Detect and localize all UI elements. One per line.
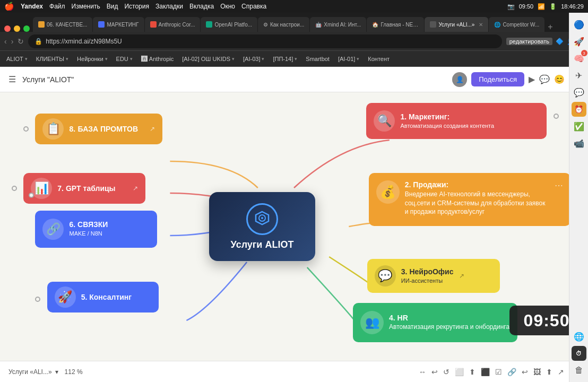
node-marketing[interactable]: 🔍 1. Маркетинг: Автоматизация создания к…	[366, 103, 547, 139]
dock-tasks-icon[interactable]: ✅	[572, 119, 586, 134]
tool-image-icon[interactable]: 🖼	[532, 367, 542, 377]
node1-subtitle: Автоматизация создания контента	[400, 122, 494, 129]
node-neuroofis[interactable]: 💬 3. НейроОфис ИИ-ассистенты ↗	[367, 259, 500, 293]
tab-competitor[interactable]: 🌐Competitor W...	[489, 17, 544, 32]
tab-uslugi-aliot[interactable]: Услуги «ALI...»✕	[425, 17, 488, 32]
edit-btn[interactable]: редактировать	[506, 38, 552, 45]
close-btn[interactable]	[4, 25, 11, 32]
apple-menu[interactable]: 🍎	[4, 2, 14, 11]
video-icon[interactable]: ▶	[529, 74, 535, 84]
forward-btn[interactable]: ›	[11, 37, 14, 46]
bookmark-aliot[interactable]: ALIOT ▾	[4, 55, 30, 63]
bookmark-neyronki[interactable]: Нейронки ▾	[75, 55, 109, 63]
node1-title: 1. Маркетинг:	[400, 112, 494, 121]
tab-kak-nastroit[interactable]: ⚙Как настрои...	[258, 17, 309, 32]
menu-edit[interactable]: Изменить	[72, 3, 100, 10]
page-title-input[interactable]	[22, 75, 107, 84]
tool-share-icon[interactable]: ⬆	[545, 367, 554, 377]
emoji-icon[interactable]: 😊	[554, 74, 565, 84]
status-chevron-icon[interactable]: ▾	[55, 368, 58, 376]
bookmark-anthropic[interactable]: 🅰 Anthropic	[139, 54, 176, 64]
node7-label: 7. GPT таблицы	[57, 184, 115, 193]
node3-ext[interactable]: ↗	[459, 272, 464, 280]
menu-window[interactable]: Окно	[220, 3, 235, 10]
tool-block-icon[interactable]: ⬛	[480, 367, 491, 377]
dock-camera-icon[interactable]: 📹	[572, 136, 586, 151]
bookmark-smartbot[interactable]: Smartbot	[304, 55, 332, 63]
tab-xmind-ai[interactable]: 🤖Xmind AI: Инт...	[310, 17, 366, 32]
node-hr[interactable]: 👥 4. HR Автоматизация рекрутинга и онбор…	[353, 303, 517, 342]
bookmark-pp14[interactable]: [ПП-14] ▾	[271, 55, 299, 63]
node2-text: 2. Продажи: Внедрение AI-технологий в ме…	[405, 180, 549, 216]
menu-tab[interactable]: Вкладка	[189, 3, 214, 10]
bookmark-klienty[interactable]: КЛИЕНТЫ ▾	[34, 55, 71, 63]
tool-back-icon[interactable]: ↩	[521, 367, 529, 377]
node-svyazki[interactable]: 🔗 6. СВЯЗКИ MAKE / N8N	[35, 211, 157, 248]
dock-launchpad-icon[interactable]: 🚀	[572, 34, 586, 49]
bookmark-kontent[interactable]: Контент	[366, 55, 392, 63]
dock-finder-icon[interactable]: 🔵	[572, 17, 586, 32]
conn-dot-node7-left	[12, 186, 17, 191]
node4-subtitle: Автоматизация рекрутинга и онбординга	[389, 323, 509, 332]
tool-export-icon[interactable]: ↗	[557, 367, 565, 377]
node-konsalting[interactable]: 🚀 5. Консалтинг	[47, 282, 159, 312]
tab-marketing[interactable]: МАРКЕТИНГ	[93, 17, 144, 32]
node6-icon: 🔗	[42, 219, 64, 240]
node3-icon: 💬	[375, 265, 396, 286]
tab-close-icon[interactable]: ✕	[479, 22, 483, 28]
new-tab-btn[interactable]: +	[548, 22, 552, 32]
menu-history[interactable]: История	[124, 3, 149, 10]
node8-text: 8. БАЗА ПРОМТОВ	[69, 124, 138, 134]
tool-check-icon[interactable]: ☑	[494, 367, 503, 377]
zoom-level: 112 %	[65, 368, 83, 376]
tab-openai[interactable]: OpenAI Platfo...	[201, 17, 257, 32]
node-prodaji[interactable]: 💰 2. Продажи: Внедрение AI-технологий в …	[369, 173, 570, 226]
tab-06-kachestvo[interactable]: 06. КАЧЕСТВЕ...	[33, 17, 92, 32]
url-input[interactable]: 🔒 https://xmind.ai/zN98Ms5U	[28, 34, 501, 48]
tool-redo-icon[interactable]: ↺	[442, 367, 451, 377]
tool-hyperlink-icon[interactable]: 🔗	[506, 367, 517, 377]
tool-copy-icon[interactable]: ⬜	[454, 367, 465, 377]
dock-trash-icon[interactable]: 🗑	[572, 363, 586, 378]
dock-whatsapp-icon[interactable]: 💬	[572, 85, 586, 100]
tab-anthropic[interactable]: Anthropic Cor...	[145, 17, 201, 32]
dock-telegram-icon[interactable]: ✈	[572, 68, 586, 83]
node7-ext-icon[interactable]: ↗	[133, 185, 138, 192]
node-baza-promtov[interactable]: 📋 8. БАЗА ПРОМТОВ ↗	[35, 114, 162, 144]
maximize-btn[interactable]	[23, 25, 30, 32]
dock-xmind-icon[interactable]: 🧠 3	[572, 51, 586, 66]
date-time: 18:46:29	[561, 3, 584, 10]
bookmark-ai01[interactable]: [AI-01] ▾	[336, 55, 361, 63]
extension-icon1[interactable]: 🔷	[556, 38, 564, 45]
dock-clock-icon[interactable]: ⏰	[572, 102, 586, 117]
node7-text: 7. GPT таблицы	[57, 184, 115, 193]
menu-bookmarks[interactable]: Закладки	[155, 3, 183, 10]
hamburger-icon[interactable]: ☰	[8, 74, 16, 84]
minimize-btn[interactable]	[14, 25, 20, 32]
bookmark-edu[interactable]: EDU ▾	[114, 55, 135, 63]
comment-icon[interactable]: 💬	[539, 74, 550, 84]
menu-yandex[interactable]: Yandex	[21, 3, 43, 10]
share-button[interactable]: Поделиться	[471, 72, 524, 86]
tool-link-icon[interactable]: ↔	[418, 367, 427, 377]
tool-upload-icon[interactable]: ⬆	[468, 367, 477, 377]
menu-view[interactable]: Вид	[107, 3, 118, 10]
refresh-btn[interactable]: ↻	[18, 37, 24, 46]
dock-clock2-icon[interactable]: ⏱	[572, 346, 586, 361]
node8-ext-icon[interactable]: ↗	[150, 125, 155, 133]
node-gpt-tablitsy[interactable]: 📊 7. GPT таблицы ↗	[23, 173, 145, 204]
user-avatar[interactable]: 👤	[452, 72, 467, 87]
central-node[interactable]: Услуги ALIOT	[209, 192, 315, 261]
menu-help[interactable]: Справка	[241, 3, 266, 10]
facetime-icon: 📷	[507, 3, 515, 10]
node2-dots[interactable]: ⋯	[555, 180, 563, 190]
tool-undo-icon[interactable]: ↩	[430, 367, 439, 377]
back-btn[interactable]: ‹	[4, 37, 7, 46]
browser-chrome: 06. КАЧЕСТВЕ... МАРКЕТИНГ Anthropic Cor.…	[0, 13, 588, 67]
menu-file[interactable]: Файл	[49, 3, 65, 10]
dock-chrome-icon[interactable]: 🌐	[572, 329, 586, 344]
node4-title: 4. HR	[389, 314, 509, 322]
bookmark-ai02[interactable]: [AI-02] ОШ UKIDS ▾	[180, 55, 237, 63]
bookmark-ai03[interactable]: [AI-03] ▾	[241, 55, 266, 63]
tab-glavnaya[interactable]: 🏠Главная - NEX...	[367, 17, 424, 32]
